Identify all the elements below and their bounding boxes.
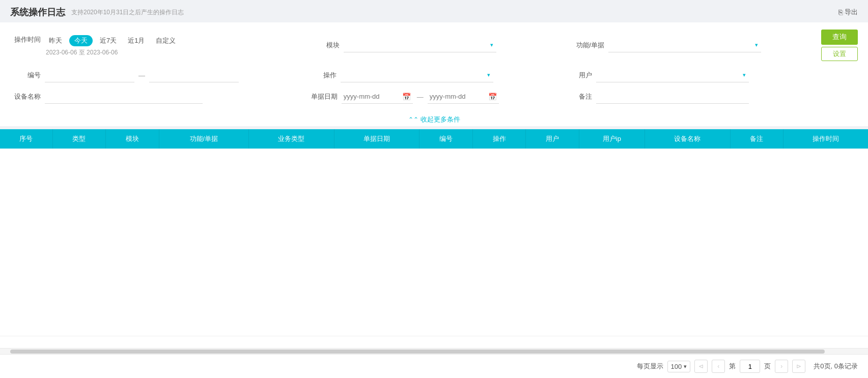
user-label: 用户 (562, 71, 592, 80)
time-label: 操作时间 (10, 35, 41, 44)
col-device: 设备名称 (645, 129, 730, 149)
page-header: 系统操作日志 支持2020年10月31日之后产生的操作日志 ⎘ 导出 (0, 0, 868, 22)
doc-date-filter-col: 单据日期 📅 — 📅 (306, 90, 546, 104)
doc-date-from-input[interactable] (344, 93, 400, 100)
module-filter-col: 模块 ▾ (309, 38, 552, 52)
per-page-value: 100 (671, 363, 682, 370)
doc-date-to-wrap: 📅 (428, 90, 499, 104)
table-body (0, 149, 868, 336)
page-first-button[interactable]: ⊲ (694, 360, 708, 373)
per-page-label: 每页显示 (637, 362, 663, 371)
operation-label: 操作 (306, 71, 337, 80)
page-label: 第 (729, 362, 736, 371)
remark-filter-col: 备注 (562, 90, 802, 104)
page-prev-button[interactable]: ‹ (712, 360, 725, 373)
per-page-select[interactable]: 100 ▾ (667, 361, 691, 372)
col-remark: 备注 (730, 129, 783, 149)
time-filter-col: 操作时间 昨天 今天 近7天 近1月 自定义 2023-06-06 至 2023… (10, 34, 294, 57)
time-btn-yesterday[interactable]: 昨天 (45, 35, 66, 46)
user-chevron-icon: ▾ (743, 72, 746, 78)
export-label: 导出 (845, 8, 858, 17)
page-next-button[interactable]: › (775, 360, 788, 373)
page-number-input[interactable] (740, 360, 760, 373)
operation-chevron-icon: ▾ (487, 72, 490, 78)
filter-area: 操作时间 昨天 今天 近7天 近1月 自定义 2023-06-06 至 2023… (0, 22, 868, 111)
device-input[interactable] (45, 90, 203, 104)
time-btn-7days[interactable]: 近7天 (96, 35, 121, 46)
table-header: 序号 类型 模块 功能/单据 业务类型 单据日期 编号 操作 用户 用户ip 设… (0, 129, 868, 149)
number-label: 编号 (10, 71, 41, 80)
page-title: 系统操作日志 (10, 6, 65, 18)
feature-select[interactable]: ▾ (608, 38, 761, 52)
module-chevron-icon: ▾ (490, 42, 493, 48)
remark-label: 备注 (562, 92, 592, 101)
doc-date-to-input[interactable] (430, 93, 486, 100)
col-number: 编号 (419, 129, 472, 149)
filter-row-3: 设备名称 单据日期 📅 — 📅 (10, 90, 858, 111)
operation-filter-col: 操作 ▾ (306, 68, 546, 82)
operation-select[interactable]: ▾ (341, 68, 493, 82)
per-page-chevron-icon: ▾ (684, 363, 687, 370)
page-subtitle: 支持2020年10月31日之后产生的操作日志 (71, 8, 184, 17)
pagination-bar: 每页显示 100 ▾ ⊲ ‹ 第 页 › ⊳ 共0页, 0条记录 (0, 354, 868, 378)
empty-row (0, 149, 868, 336)
collapse-button[interactable]: ⌃⌃ 收起更多条件 (408, 115, 460, 124)
time-btn-custom[interactable]: 自定义 (152, 35, 180, 46)
device-filter-col: 设备名称 (10, 90, 291, 104)
time-btn-1month[interactable]: 近1月 (124, 35, 149, 46)
col-user-ip: 用户ip (579, 129, 645, 149)
setting-button[interactable]: 设置 (821, 47, 858, 61)
total-info: 共0页, 0条记录 (814, 362, 858, 371)
scrollbar-thumb[interactable] (10, 350, 825, 354)
empty-state (4, 153, 864, 331)
feature-chevron-icon: ▾ (755, 42, 758, 48)
col-doc-date: 单据日期 (334, 129, 419, 149)
table-header-row: 序号 类型 模块 功能/单据 业务类型 单据日期 编号 操作 用户 用户ip 设… (0, 129, 868, 149)
col-type: 类型 (52, 129, 105, 149)
export-button[interactable]: ⎘ 导出 (838, 8, 858, 17)
filter-row-1: 操作时间 昨天 今天 近7天 近1月 自定义 2023-06-06 至 2023… (10, 30, 858, 61)
device-label: 设备名称 (10, 92, 41, 101)
calendar-to-icon[interactable]: 📅 (488, 93, 497, 101)
collapse-icon: ⌃⌃ (408, 116, 418, 123)
user-filter-col: 用户 ▾ (562, 68, 802, 82)
col-biz-type: 业务类型 (249, 129, 334, 149)
col-feature: 功能/单据 (159, 129, 248, 149)
user-select[interactable]: ▾ (596, 68, 749, 82)
col-module: 模块 (106, 129, 159, 149)
number-dash: — (138, 72, 145, 79)
calendar-from-icon[interactable]: 📅 (402, 93, 411, 101)
collapse-label: 收起更多条件 (421, 115, 460, 124)
filter-row-2: 编号 — 操作 ▾ 用户 (10, 68, 858, 82)
number-input-from[interactable] (45, 68, 134, 82)
doc-date-dash: — (417, 93, 424, 101)
query-button[interactable]: 查询 (821, 30, 858, 45)
doc-date-label: 单据日期 (306, 92, 338, 101)
export-icon: ⎘ (838, 8, 843, 16)
col-seq: 序号 (0, 129, 52, 149)
doc-date-from-wrap: 📅 (342, 90, 413, 104)
feature-label: 功能/单据 (568, 41, 604, 50)
time-btn-today[interactable]: 今天 (69, 35, 93, 46)
time-filter-group: 昨天 今天 近7天 近1月 自定义 2023-06-06 至 2023-06-0… (45, 35, 180, 57)
remark-input[interactable] (596, 90, 749, 104)
page-last-button[interactable]: ⊳ (792, 360, 805, 373)
number-filter-col: 编号 — (10, 68, 291, 82)
module-select[interactable]: ▾ (344, 38, 496, 52)
collapse-row: ⌃⌃ 收起更多条件 (0, 111, 868, 126)
page-unit: 页 (764, 362, 771, 371)
number-input-to[interactable] (149, 68, 239, 82)
col-user: 用户 (526, 129, 579, 149)
feature-filter-col: 功能/单据 ▾ (568, 38, 811, 52)
action-buttons: 查询 设置 (811, 30, 858, 61)
col-operation: 操作 (472, 129, 525, 149)
table-wrap: 序号 类型 模块 功能/单据 业务类型 单据日期 编号 操作 用户 用户ip 设… (0, 129, 868, 348)
time-range-display: 2023-06-06 至 2023-06-06 (46, 48, 180, 57)
module-label: 模块 (309, 41, 340, 50)
col-op-time: 操作时间 (783, 129, 868, 149)
time-buttons: 昨天 今天 近7天 近1月 自定义 (45, 35, 180, 46)
horizontal-scrollbar[interactable] (0, 348, 868, 354)
data-table: 序号 类型 模块 功能/单据 业务类型 单据日期 编号 操作 用户 用户ip 设… (0, 129, 868, 336)
